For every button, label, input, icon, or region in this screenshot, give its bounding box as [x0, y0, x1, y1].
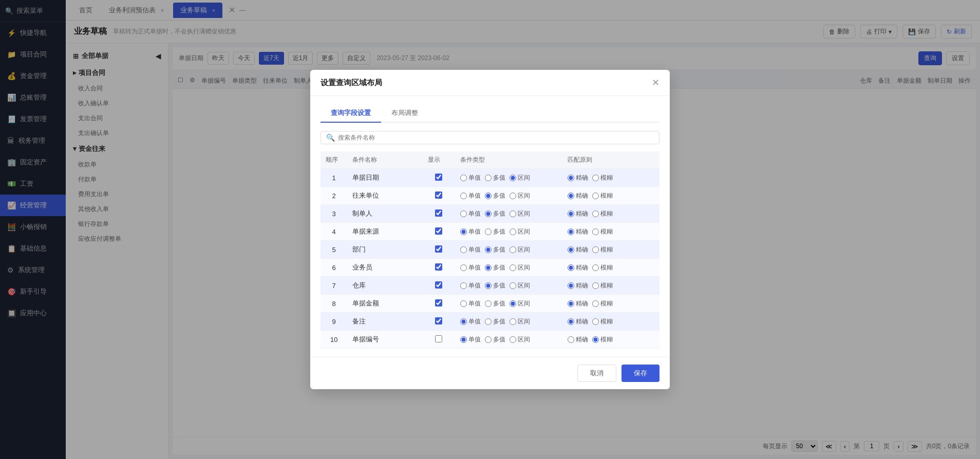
row-show[interactable]: [423, 313, 455, 331]
type-radio-区间[interactable]: 区间: [510, 227, 530, 236]
row-type[interactable]: 单值多值区间: [455, 223, 563, 241]
type-radio-区间[interactable]: 区间: [510, 245, 530, 254]
modal-close-button[interactable]: ✕: [652, 77, 659, 88]
type-radio-单值[interactable]: 单值: [460, 192, 481, 200]
type-radio-单值[interactable]: 单值: [460, 245, 481, 254]
row-match[interactable]: 精确模糊: [562, 313, 659, 331]
row-match[interactable]: 精确模糊: [562, 277, 659, 295]
th-match: 匹配原则: [562, 151, 659, 169]
row-type[interactable]: 单值多值区间: [455, 187, 563, 205]
type-radio-多值[interactable]: 多值: [485, 174, 505, 182]
type-radio-单值[interactable]: 单值: [460, 317, 481, 326]
match-radio-精确[interactable]: 精确: [568, 245, 588, 254]
modal-save-button[interactable]: 保存: [621, 365, 659, 382]
type-radio-区间[interactable]: 区间: [510, 263, 530, 272]
show-checkbox[interactable]: [435, 227, 442, 235]
show-checkbox[interactable]: [435, 263, 442, 271]
show-checkbox[interactable]: [435, 174, 442, 181]
match-radio-模糊[interactable]: 模糊: [592, 245, 613, 254]
row-show[interactable]: [423, 331, 455, 349]
row-match[interactable]: 精确模糊: [562, 295, 659, 313]
match-radio-模糊[interactable]: 模糊: [592, 227, 613, 236]
match-radio-模糊[interactable]: 模糊: [592, 192, 613, 200]
type-radio-多值[interactable]: 多值: [485, 245, 505, 254]
match-radio-模糊[interactable]: 模糊: [592, 209, 613, 218]
match-radio-模糊[interactable]: 模糊: [592, 335, 613, 344]
modal-tabs: 查询字段设置 布局调整: [321, 104, 659, 123]
type-radio-多值[interactable]: 多值: [485, 209, 505, 218]
show-checkbox[interactable]: [435, 299, 442, 307]
row-show[interactable]: [423, 187, 455, 205]
type-radio-单值[interactable]: 单值: [460, 263, 481, 272]
match-radio-精确[interactable]: 精确: [568, 281, 588, 290]
row-match[interactable]: 精确模糊: [562, 205, 659, 223]
row-match[interactable]: 精确模糊: [562, 331, 659, 349]
type-radio-单值[interactable]: 单值: [460, 227, 481, 236]
match-radio-模糊[interactable]: 模糊: [592, 317, 613, 326]
row-match[interactable]: 精确模糊: [562, 187, 659, 205]
type-radio-区间[interactable]: 区间: [510, 335, 530, 344]
row-match[interactable]: 精确模糊: [562, 241, 659, 259]
match-radio-精确[interactable]: 精确: [568, 335, 588, 344]
type-radio-区间[interactable]: 区间: [510, 299, 530, 308]
type-radio-单值[interactable]: 单值: [460, 281, 481, 290]
row-match[interactable]: 精确模糊: [562, 223, 659, 241]
row-type[interactable]: 单值多值区间: [455, 331, 563, 349]
row-type[interactable]: 单值多值区间: [455, 313, 563, 331]
type-radio-多值[interactable]: 多值: [485, 227, 505, 236]
type-radio-单值[interactable]: 单值: [460, 174, 481, 182]
type-radio-区间[interactable]: 区间: [510, 192, 530, 200]
row-seq: 10: [321, 331, 347, 349]
row-type[interactable]: 单值多值区间: [455, 205, 563, 223]
row-show[interactable]: [423, 169, 455, 187]
modal-cancel-button[interactable]: 取消: [577, 365, 616, 382]
modal-tab-layout[interactable]: 布局调整: [381, 104, 428, 123]
match-radio-精确[interactable]: 精确: [568, 299, 588, 308]
type-radio-多值[interactable]: 多值: [485, 317, 505, 326]
match-radio-精确[interactable]: 精确: [568, 317, 588, 326]
type-radio-区间[interactable]: 区间: [510, 317, 530, 326]
type-radio-多值[interactable]: 多值: [485, 281, 505, 290]
row-show[interactable]: [423, 259, 455, 277]
row-show[interactable]: [423, 277, 455, 295]
row-type[interactable]: 单值多值区间: [455, 169, 563, 187]
type-radio-单值[interactable]: 单值: [460, 299, 481, 308]
match-radio-精确[interactable]: 精确: [568, 227, 588, 236]
row-type[interactable]: 单值多值区间: [455, 259, 563, 277]
show-checkbox[interactable]: [435, 335, 442, 342]
row-name: 业务员: [347, 259, 423, 277]
match-radio-精确[interactable]: 精确: [568, 192, 588, 200]
type-radio-区间[interactable]: 区间: [510, 174, 530, 182]
show-checkbox[interactable]: [435, 209, 442, 217]
row-type[interactable]: 单值多值区间: [455, 295, 563, 313]
type-radio-多值[interactable]: 多值: [485, 263, 505, 272]
type-radio-多值[interactable]: 多值: [485, 335, 505, 344]
row-show[interactable]: [423, 295, 455, 313]
row-match[interactable]: 精确模糊: [562, 169, 659, 187]
type-radio-区间[interactable]: 区间: [510, 281, 530, 290]
type-radio-多值[interactable]: 多值: [485, 192, 505, 200]
show-checkbox[interactable]: [435, 245, 442, 253]
modal-search-input[interactable]: [338, 134, 441, 141]
show-checkbox[interactable]: [435, 281, 442, 289]
type-radio-单值[interactable]: 单值: [460, 335, 481, 344]
type-radio-单值[interactable]: 单值: [460, 209, 481, 218]
match-radio-模糊[interactable]: 模糊: [592, 174, 613, 182]
row-show[interactable]: [423, 223, 455, 241]
match-radio-模糊[interactable]: 模糊: [592, 299, 613, 308]
show-checkbox[interactable]: [435, 317, 442, 324]
row-type[interactable]: 单值多值区间: [455, 241, 563, 259]
row-show[interactable]: [423, 205, 455, 223]
row-match[interactable]: 精确模糊: [562, 259, 659, 277]
modal-tab-fields[interactable]: 查询字段设置: [321, 104, 381, 123]
match-radio-精确[interactable]: 精确: [568, 174, 588, 182]
match-radio-精确[interactable]: 精确: [568, 209, 588, 218]
type-radio-多值[interactable]: 多值: [485, 299, 505, 308]
type-radio-区间[interactable]: 区间: [510, 209, 530, 218]
match-radio-模糊[interactable]: 模糊: [592, 263, 613, 272]
match-radio-精确[interactable]: 精确: [568, 263, 588, 272]
show-checkbox[interactable]: [435, 192, 442, 199]
row-show[interactable]: [423, 241, 455, 259]
match-radio-模糊[interactable]: 模糊: [592, 281, 613, 290]
row-type[interactable]: 单值多值区间: [455, 277, 563, 295]
